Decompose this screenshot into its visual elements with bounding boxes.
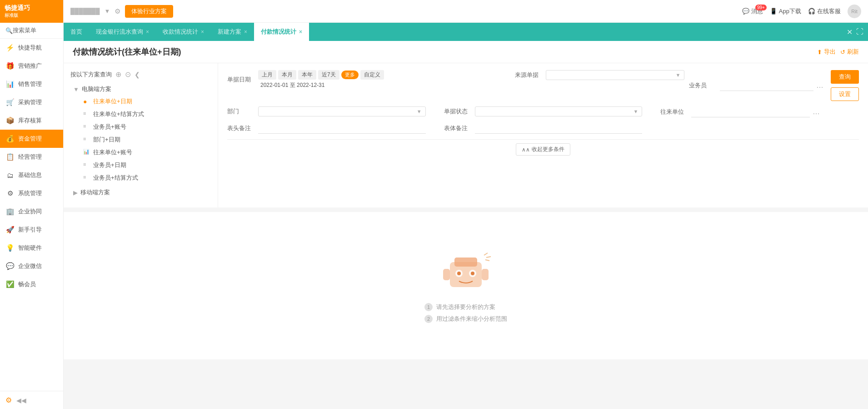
settings-button[interactable]: 设置: [831, 87, 859, 101]
source-field: 来源单据 ▼: [515, 70, 685, 80]
page-title: 付款情况统计(往来单位+日期): [73, 46, 817, 57]
message-button[interactable]: 💬 消息 99+: [742, 7, 763, 15]
tab-cashflow-close[interactable]: ×: [146, 29, 149, 35]
tab-payment-stat[interactable]: 付款情况统计 ×: [254, 23, 309, 41]
tab-receipt-close[interactable]: ×: [201, 29, 204, 35]
partner-label: 往来单位: [660, 108, 688, 116]
dept-arrow-icon: ▼: [417, 109, 422, 114]
headernote-input[interactable]: [258, 123, 426, 134]
bodynote-label: 表体备注: [444, 124, 471, 132]
sidebar-item-marketing[interactable]: 🎁 营销推广: [0, 57, 63, 75]
sidebar-item-hardware[interactable]: 💡 智能硬件: [0, 239, 63, 257]
headernote-field: 表头备注: [227, 123, 426, 134]
tabbar-actions: ✕ ⛶: [842, 23, 868, 41]
add-scheme-icon[interactable]: ⊕: [115, 70, 121, 79]
collapse-sidebar-icon[interactable]: ◀◀: [16, 397, 26, 404]
scheme-item-salesperson-account[interactable]: ≡ 业务员+账号: [70, 121, 211, 133]
phone-icon: 📱: [770, 8, 777, 15]
table-icon-3: ≡: [83, 136, 90, 143]
sidebar-item-guide[interactable]: 🚀 新手引导: [0, 221, 63, 239]
docstatus-select[interactable]: ▼: [475, 106, 643, 116]
scheme-item-partner-date[interactable]: ● 往来单位+日期: [70, 95, 211, 108]
service-button[interactable]: 🎧 在线客服: [808, 7, 841, 15]
enterprise-icon: 🏢: [5, 207, 15, 216]
company-name: ███████: [70, 8, 100, 15]
tab-new-plan[interactable]: 新建方案 ×: [211, 23, 254, 41]
sidebar-item-purchase[interactable]: 🛒 采购管理: [0, 93, 63, 111]
scheme-panel: 按以下方案查询 ⊕ ⊙ ❮ ▼ 电脑端方案 ● 往来单位+日期: [64, 63, 218, 207]
scheme-settings-icon[interactable]: ⊙: [125, 70, 131, 79]
mobile-group: ▶ 移动端方案: [70, 187, 211, 198]
version-text: 标准版: [5, 12, 30, 19]
sidebar-item-basic[interactable]: 🗂 基础信息: [0, 166, 63, 184]
sidebar-item-vip[interactable]: ✅ 畅会员: [0, 275, 63, 293]
sidebar-item-operation[interactable]: 📋 经营管理: [0, 148, 63, 166]
empty-hint-1: 1 请先选择要分析的方案: [424, 303, 507, 311]
scheme-item-salesperson-date[interactable]: ≡ 业务员+日期: [70, 159, 211, 172]
close-all-icon[interactable]: ✕: [847, 28, 853, 36]
trial-button[interactable]: 体验行业方案: [125, 5, 173, 18]
scheme-item-partner-settle[interactable]: ≡ 往来单位+结算方式: [70, 108, 211, 121]
sidebar-item-system[interactable]: ⚙ 系统管理: [0, 184, 63, 202]
app-label: App下载: [779, 7, 801, 15]
partner-input[interactable]: [691, 106, 810, 117]
hint-num-2: 2: [424, 315, 433, 323]
sidebar-item-wechat[interactable]: 💬 企业微信: [0, 257, 63, 275]
salesperson-more-icon[interactable]: …: [813, 81, 826, 91]
salesperson-field: 业务员 … 查询 设置: [689, 70, 859, 101]
query-button[interactable]: 查询: [831, 70, 859, 84]
pill-7days[interactable]: 近7天: [318, 70, 339, 80]
sidebar-item-search[interactable]: 🔍 搜索菜单: [0, 23, 63, 39]
empty-state: 1 请先选择要分析的方案 2 用过滤条件来缩小分析范围: [64, 212, 868, 359]
pill-last-month[interactable]: 上月: [258, 70, 276, 80]
pill-this-year[interactable]: 本年: [298, 70, 316, 80]
system-icon: ⚙: [5, 189, 15, 198]
tab-receipt-stat[interactable]: 收款情况统计 ×: [156, 23, 211, 41]
tab-payment-close[interactable]: ×: [299, 29, 302, 35]
dept-select[interactable]: ▼: [258, 106, 426, 116]
active-scheme-icon: ●: [83, 98, 90, 105]
topbar: ███████ ▼ ⚙ 体验行业方案 💬 消息 99+ 📱 App下载 🎧 在线…: [64, 0, 868, 23]
settings-icon[interactable]: ⚙: [5, 396, 12, 404]
salesperson-input[interactable]: [720, 80, 813, 91]
scheme-item-dept-date[interactable]: ≡ 部门+日期: [70, 133, 211, 146]
partner-more-icon[interactable]: …: [810, 107, 823, 117]
tab-home-label: 首页: [70, 28, 82, 36]
user-avatar[interactable]: Rit: [848, 5, 861, 18]
desktop-group-title[interactable]: ▼ 电脑端方案: [70, 83, 211, 95]
app-download-button[interactable]: 📱 App下载: [770, 7, 801, 15]
sidebar-item-enterprise[interactable]: 🏢 企业协同: [0, 202, 63, 221]
bodynote-input[interactable]: [475, 123, 643, 134]
collapse-conditions-button[interactable]: ∧∧ 收起更多条件: [516, 143, 570, 156]
sidebar-item-fund[interactable]: 💰 资金管理: [0, 130, 63, 148]
table-icon-5: ≡: [83, 174, 90, 182]
export-button[interactable]: ⬆ 导出: [817, 48, 836, 56]
tab-home[interactable]: 首页: [64, 23, 89, 41]
pill-this-month[interactable]: 本月: [278, 70, 296, 80]
pill-more[interactable]: 更多: [341, 71, 359, 79]
pill-custom[interactable]: 自定义: [360, 70, 384, 80]
fullscreen-icon[interactable]: ⛶: [856, 28, 863, 36]
sidebar-item-quicknav[interactable]: ⚡ 快捷导航: [0, 39, 63, 57]
collapse-tree-icon[interactable]: ❮: [135, 71, 140, 78]
docstatus-field: 单据状态 ▼: [444, 106, 643, 116]
table-icon-4: ≡: [83, 162, 90, 169]
topbar-gear-icon[interactable]: ⚙: [115, 7, 120, 15]
svg-line-10: [485, 260, 489, 261]
tab-cashflow[interactable]: 现金银行流水查询 ×: [89, 23, 156, 41]
sidebar-item-inventory[interactable]: 📦 库存核算: [0, 111, 63, 130]
tab-newplan-close[interactable]: ×: [244, 29, 247, 35]
scheme-item-partner-account[interactable]: 📊 往来单位+账号: [70, 146, 211, 159]
scheme-item-salesperson-settle[interactable]: ≡ 业务员+结算方式: [70, 172, 211, 184]
topbar-left: ███████ ▼ ⚙ 体验行业方案: [70, 5, 742, 18]
bodynote-field: 表体备注: [444, 123, 643, 134]
source-select[interactable]: ▼: [546, 70, 685, 80]
refresh-button[interactable]: ↺ 刷新: [840, 48, 859, 56]
scheme-tree: ▼ 电脑端方案 ● 往来单位+日期 ≡ 往来单位+结算方式 ≡: [70, 83, 211, 198]
sidebar-item-sales[interactable]: 📊 销售管理: [0, 75, 63, 93]
logo-text: 畅捷通巧: [5, 4, 30, 12]
svg-line-8: [484, 253, 488, 255]
mobile-group-title[interactable]: ▶ 移动端方案: [70, 187, 211, 198]
company-dropdown-icon[interactable]: ▼: [104, 8, 110, 15]
scheme-header-label: 按以下方案查询: [70, 71, 112, 79]
